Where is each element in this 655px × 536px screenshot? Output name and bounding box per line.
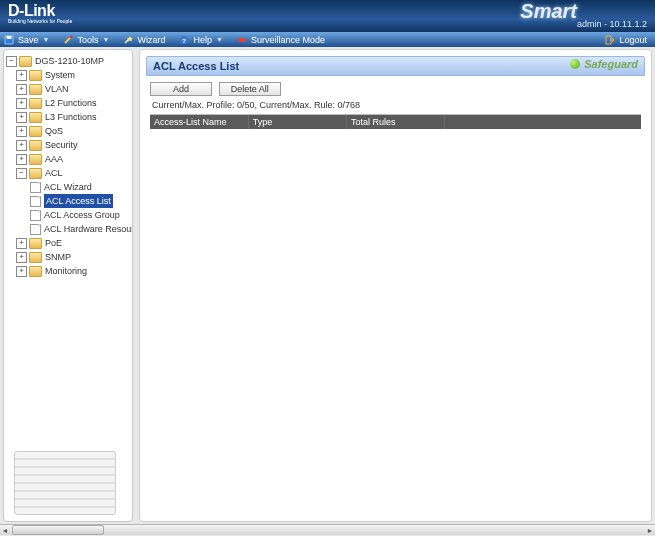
tree-item-security[interactable]: +Security [6,138,128,152]
tree-item-acl-wizard[interactable]: ACL Wizard [6,180,128,194]
svg-rect-1 [7,36,12,39]
save-icon [4,35,14,45]
expand-icon[interactable]: + [16,238,27,249]
user-ip-label: admin - 10.11.1.2 [577,19,647,29]
expand-icon[interactable]: + [16,266,27,277]
expand-icon[interactable]: + [16,140,27,151]
tree-item-acl[interactable]: −ACL [6,166,128,180]
logout-button[interactable]: Logout [605,35,647,45]
brand-logo: D-Link Building Networks for People [8,2,72,24]
main-toolbar: Save ▼ Tools ▼ Wizard ? Help ▼ Surveilla… [0,32,655,47]
tools-menu[interactable]: Tools ▼ [63,35,109,45]
tree-root[interactable]: − DGS-1210-10MP [6,54,128,68]
safeguard-label: Safeguard [584,58,638,70]
tree-item-aaa[interactable]: +AAA [6,152,128,166]
svg-rect-5 [238,38,244,42]
tree-item-acl-hw-resource[interactable]: ACL Hardware Resource Status [6,222,128,236]
svg-text:?: ? [183,37,187,43]
add-button[interactable]: Add [150,82,212,96]
save-menu[interactable]: Save ▼ [4,35,49,45]
wizard-icon [123,35,133,45]
scroll-left-icon[interactable]: ◄ [0,525,10,535]
col-type: Type [248,115,346,129]
tools-label: Tools [77,35,98,45]
expand-icon[interactable]: + [16,154,27,165]
tree-item-acl-access-group[interactable]: ACL Access Group [6,208,128,222]
panel-header: ACL Access List Safeguard [146,56,645,76]
tree-root-label: DGS-1210-10MP [35,54,104,68]
tree-item-qos[interactable]: +QoS [6,124,128,138]
page-icon [30,210,41,221]
wizard-button[interactable]: Wizard [123,35,165,45]
acl-table: Access-List Name Type Total Rules [150,114,641,129]
folder-icon [29,70,42,81]
scroll-thumb[interactable] [12,525,104,535]
caret-down-icon: ▼ [216,36,223,43]
page-icon [30,196,41,207]
brand-name: D-Link [8,2,55,19]
surveillance-button[interactable]: Surveillance Mode [237,35,325,45]
caret-down-icon: ▼ [43,36,50,43]
delete-all-button[interactable]: Delete All [219,82,281,96]
main-panel: ACL Access List Safeguard Add Delete All… [139,49,652,522]
safeguard-indicator: Safeguard [570,58,638,70]
tools-icon [63,35,73,45]
col-total-rules: Total Rules [346,115,444,129]
expand-icon[interactable]: + [16,98,27,109]
expand-icon[interactable]: + [16,112,27,123]
col-actions [445,115,641,129]
nav-tree: − DGS-1210-10MP +System +VLAN +L2 Functi… [4,52,132,280]
panel-title: ACL Access List [153,60,239,72]
folder-icon [19,56,32,67]
scroll-right-icon[interactable]: ► [645,525,655,535]
folder-icon [29,168,42,179]
surveillance-label: Surveillance Mode [251,35,325,45]
smart-logo: Smart [520,0,577,23]
logout-icon [605,35,615,45]
tree-item-vlan[interactable]: +VLAN [6,82,128,96]
brand-tagline: Building Networks for People [8,19,72,24]
page-icon [30,182,41,193]
sidebar-hscroll[interactable]: ◄ ► [0,524,655,535]
help-icon: ? [179,35,189,45]
help-menu[interactable]: ? Help ▼ [179,35,222,45]
folder-icon [29,112,42,123]
profile-rule-stats: Current/Max. Profile: 0/50, Current/Max.… [152,100,641,110]
top-banner: D-Link Building Networks for People Smar… [0,0,655,32]
device-illustration [14,451,116,515]
tree-item-system[interactable]: +System [6,68,128,82]
folder-icon [29,126,42,137]
nav-sidebar: − DGS-1210-10MP +System +VLAN +L2 Functi… [3,49,133,522]
tree-item-l3[interactable]: +L3 Functions [6,110,128,124]
folder-icon [29,252,42,263]
expand-icon[interactable]: + [16,70,27,81]
page-icon [30,224,41,235]
folder-icon [29,238,42,249]
tree-item-snmp[interactable]: +SNMP [6,250,128,264]
tree-item-monitoring[interactable]: +Monitoring [6,264,128,278]
svg-point-2 [70,35,73,38]
tree-item-acl-access-list[interactable]: ACL Access List [6,194,128,208]
help-label: Help [193,35,212,45]
expand-icon[interactable]: + [16,252,27,263]
folder-icon [29,266,42,277]
expand-icon[interactable]: + [16,84,27,95]
surveillance-icon [237,35,247,45]
folder-icon [29,140,42,151]
save-label: Save [18,35,39,45]
folder-icon [29,154,42,165]
collapse-icon[interactable]: − [16,168,27,179]
collapse-icon[interactable]: − [6,56,17,67]
col-access-list-name: Access-List Name [150,115,248,129]
expand-icon[interactable]: + [16,126,27,137]
panel-body: Add Delete All Current/Max. Profile: 0/5… [146,76,645,135]
safeguard-dot-icon [570,59,580,69]
tree-item-l2[interactable]: +L2 Functions [6,96,128,110]
caret-down-icon: ▼ [102,36,109,43]
tree-item-poe[interactable]: +PoE [6,236,128,250]
folder-icon [29,98,42,109]
logout-label: Logout [619,35,647,45]
wizard-label: Wizard [137,35,165,45]
folder-icon [29,84,42,95]
